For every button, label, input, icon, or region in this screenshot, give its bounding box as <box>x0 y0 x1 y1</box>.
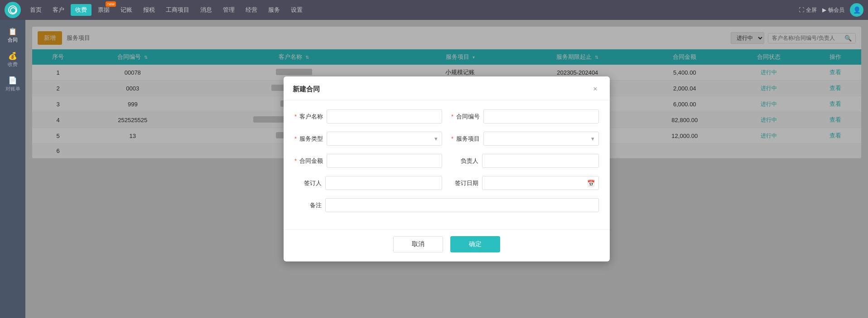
nav-items: 首页 客户 收费 票据 new 记账 报税 工商项目 消息 管理 经营 服务 设… <box>25 4 799 16</box>
field-note: 备注 <box>294 198 599 212</box>
modal-title: 新建合同 <box>293 85 320 94</box>
top-navigation: 首页 客户 收费 票据 new 记账 报税 工商项目 消息 管理 经营 服务 设… <box>0 0 868 20</box>
confirm-button[interactable]: 确定 <box>450 236 500 252</box>
nav-item-settings[interactable]: 设置 <box>286 4 307 16</box>
sign-date-input[interactable]: 2023-06-06 <box>486 176 587 190</box>
new-contract-modal: 新建合同 × * 客户名称 <box>284 76 610 261</box>
form-row-1: * 客户名称 * 合同编号 <box>294 109 599 123</box>
field-customer-name: * 客户名称 <box>294 109 442 123</box>
required-star: * <box>451 113 453 120</box>
nav-item-home[interactable]: 首页 <box>25 4 46 16</box>
amount-label: * 合同金额 <box>294 157 323 165</box>
signer-label: 签订人 <box>294 179 322 187</box>
fees-icon: 💰 <box>8 52 17 60</box>
responsible-label: 负责人 <box>451 157 478 165</box>
sidebar-item-contract[interactable]: 📋 合同 <box>0 24 25 47</box>
content-area: 新增 服务项目 进行中 已完成 已终止 🔍 <box>25 20 868 318</box>
nav-item-tax[interactable]: 报税 <box>139 4 159 16</box>
calendar-icon[interactable]: 📅 <box>587 180 595 187</box>
note-input[interactable] <box>325 198 599 212</box>
required-star: * <box>294 135 297 142</box>
field-sign-date: 签订日期 2023-06-06 📅 <box>451 176 599 190</box>
fullscreen-button[interactable]: ⛶ 全屏 <box>799 6 817 14</box>
cancel-button[interactable]: 取消 <box>393 236 443 252</box>
nav-item-manage[interactable]: 管理 <box>218 4 239 16</box>
customer-name-input[interactable] <box>327 109 442 123</box>
required-star: * <box>451 135 453 142</box>
modal-header: 新建合同 × <box>284 76 610 100</box>
service-item-select-wrap: ▾ <box>483 132 599 146</box>
date-input-wrap: 2023-06-06 📅 <box>482 176 599 190</box>
nav-item-bookkeeping[interactable]: 记账 <box>116 4 137 16</box>
modal-body: * 客户名称 * 合同编号 <box>284 100 610 229</box>
modal-overlay: 新建合同 × * 客户名称 <box>25 20 868 318</box>
nav-item-fees[interactable]: 收费 <box>71 4 92 16</box>
nav-item-message[interactable]: 消息 <box>196 4 217 16</box>
sidebar-item-fees[interactable]: 💰 收费 <box>0 49 25 71</box>
nav-item-service[interactable]: 服务 <box>264 4 285 16</box>
contract-no-input[interactable] <box>483 109 599 123</box>
app-logo <box>5 2 21 18</box>
amount-input[interactable]: 0.00 <box>327 154 442 168</box>
field-signer: 签订人 <box>294 176 442 190</box>
field-amount: * 合同金额 0.00 <box>294 154 442 168</box>
field-service-type: * 服务类型 ▾ <box>294 132 442 146</box>
form-row-3: * 合同金额 0.00 负责人 <box>294 154 599 168</box>
nav-item-customer[interactable]: 客户 <box>48 4 69 16</box>
note-label: 备注 <box>294 201 322 209</box>
contract-icon: 📋 <box>8 28 17 35</box>
avatar[interactable]: 👤 <box>850 3 863 17</box>
contract-no-label: * 合同编号 <box>451 113 480 121</box>
nav-item-tickets[interactable]: 票据 new <box>93 4 114 16</box>
service-item-select[interactable] <box>483 132 599 146</box>
reconciliation-icon: 📄 <box>8 77 17 84</box>
required-star: * <box>294 157 297 164</box>
main-layout: 📋 合同 💰 收费 📄 对账单 新增 服务项目 进行中 已完成 已终止 <box>0 20 868 318</box>
new-badge: new <box>106 1 116 7</box>
form-row-2: * 服务类型 ▾ * 服务项目 <box>294 132 599 146</box>
service-type-select[interactable] <box>327 132 442 146</box>
signer-input[interactable] <box>325 176 442 190</box>
service-type-select-wrap: ▾ <box>327 132 442 146</box>
customer-name-label: * 客户名称 <box>294 113 323 121</box>
sign-date-label: 签订日期 <box>451 179 478 187</box>
responsible-input[interactable] <box>482 154 599 168</box>
modal-footer: 取消 确定 <box>284 229 610 261</box>
service-item-label: * 服务项目 <box>451 135 480 143</box>
nav-item-operation[interactable]: 经营 <box>241 4 262 16</box>
nav-right: ⛶ 全屏 ▶ 畅会员 👤 <box>799 3 863 17</box>
service-type-label: * 服务类型 <box>294 135 323 143</box>
vip-button[interactable]: ▶ 畅会员 <box>822 6 844 14</box>
field-responsible: 负责人 <box>451 154 599 168</box>
required-star: * <box>294 113 297 120</box>
form-row-4: 签订人 签订日期 2023-06-06 📅 <box>294 176 599 190</box>
sidebar: 📋 合同 💰 收费 📄 对账单 <box>0 20 25 318</box>
form-row-5: 备注 <box>294 198 599 212</box>
nav-item-business[interactable]: 工商项目 <box>161 4 194 16</box>
sidebar-item-reconciliation[interactable]: 📄 对账单 <box>0 73 25 96</box>
field-contract-no: * 合同编号 <box>451 109 599 123</box>
modal-close-button[interactable]: × <box>590 84 601 95</box>
field-service-item: * 服务项目 ▾ <box>451 132 599 146</box>
